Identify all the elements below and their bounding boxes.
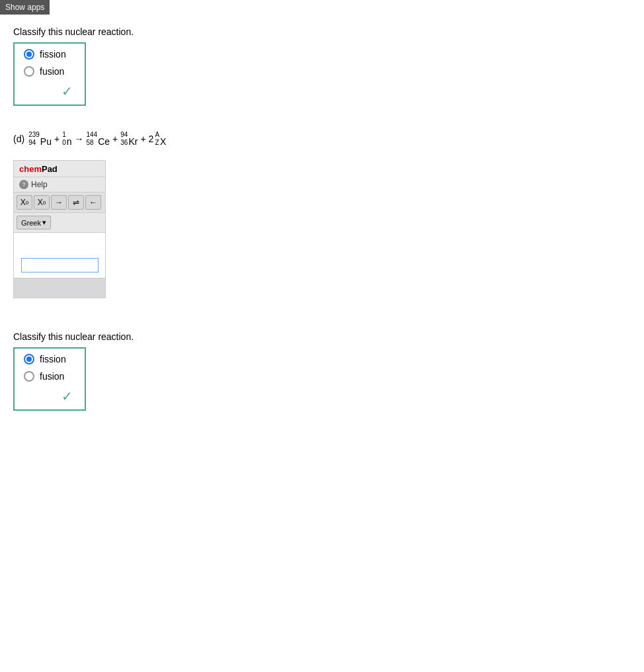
arrow-button[interactable]: → <box>51 195 67 210</box>
fission-option-top[interactable]: fission <box>24 49 75 60</box>
help-label: Help <box>31 180 48 189</box>
fusion-radio-bottom[interactable] <box>24 371 34 382</box>
Kr-mass: 94 <box>120 131 128 139</box>
correct-checkmark-bottom: ✓ <box>24 388 75 404</box>
fission-radio-top[interactable] <box>24 49 34 60</box>
subscript-button[interactable]: X0 <box>17 195 32 210</box>
fission-radio-bottom[interactable] <box>24 354 34 364</box>
chempad-display <box>17 235 102 255</box>
fusion-option-bottom[interactable]: fusion <box>24 371 75 382</box>
X-atomic: Z <box>155 139 159 147</box>
fission-label-bottom: fission <box>40 354 66 364</box>
chempad-header: chemPad <box>14 161 105 177</box>
Ce-mass: 144 <box>86 131 97 139</box>
classify-label-top: Classify this nuclear reaction. <box>13 26 631 37</box>
chempad-input-area <box>14 233 105 278</box>
equilibrium-button[interactable]: ⇌ <box>68 195 84 210</box>
answer-box-top: fission fusion ✓ <box>13 42 86 106</box>
superscript-button[interactable]: X0 <box>34 195 50 210</box>
chempad-widget: chemPad ? Help X0 X0 → ⇌ ← Greek ▾ <box>13 160 106 298</box>
op-plus-2: + <box>112 134 118 144</box>
op-plus-3: + <box>140 134 145 144</box>
chempad-title: chemPad <box>19 164 58 174</box>
Pu-symbol: Pu <box>40 136 52 147</box>
fission-option-bottom[interactable]: fission <box>24 354 75 364</box>
classify-label-bottom: Classify this nuclear reaction. <box>13 331 631 342</box>
Ce-atomic: 58 <box>86 139 93 147</box>
chempad-help-btn[interactable]: ? Help <box>14 177 105 192</box>
delete-button[interactable]: ← <box>85 195 101 210</box>
Pu-mass: 239 <box>28 131 40 139</box>
answer-box-bottom: fission fusion ✓ <box>13 347 86 411</box>
fusion-label-top: fusion <box>40 66 64 77</box>
chempad-toolbar: X0 X0 → ⇌ ← <box>14 192 105 213</box>
nuclide-Pu: 239 94 Pu <box>28 131 52 147</box>
chempad-bottom-bar <box>14 278 105 298</box>
greek-chevron-icon: ▾ <box>42 218 46 227</box>
n-atomic: 0 <box>62 139 66 147</box>
chempad-title-chem: chem <box>19 164 42 174</box>
chempad-title-pad: Pad <box>42 164 58 174</box>
fusion-label-bottom: fusion <box>40 371 64 382</box>
nuclide-X: A Z X <box>155 131 166 147</box>
Kr-atomic: 36 <box>120 139 128 147</box>
show-apps-bar[interactable]: Show apps <box>0 0 50 15</box>
nuclide-Kr: 94 36 Kr <box>120 131 138 147</box>
op-arrow: → <box>74 134 83 144</box>
chempad-text-field[interactable] <box>21 258 99 273</box>
X-mass: A <box>155 131 159 139</box>
equation-section-d: (d) 239 94 Pu + 1 0 n → <box>13 131 631 147</box>
equation-part-label: (d) <box>13 134 24 144</box>
chempad-greek-row: Greek ▾ <box>14 213 105 233</box>
nuclide-n: 1 0 n <box>62 131 71 147</box>
fusion-option-top[interactable]: fusion <box>24 66 75 77</box>
n-mass: 1 <box>62 131 66 139</box>
op-plus-1: + <box>54 134 60 144</box>
greek-label: Greek <box>21 219 41 227</box>
help-icon: ? <box>19 180 28 189</box>
correct-checkmark-top: ✓ <box>24 83 75 99</box>
coefficient-2: 2 <box>149 134 154 144</box>
greek-dropdown[interactable]: Greek ▾ <box>17 216 51 230</box>
Pu-atomic: 94 <box>28 139 36 147</box>
X-symbol: X <box>160 136 166 147</box>
Kr-symbol: Kr <box>128 136 138 147</box>
Ce-symbol: Ce <box>98 136 110 147</box>
n-symbol: n <box>67 136 72 147</box>
nuclide-Ce: 144 58 Ce <box>86 131 110 147</box>
fusion-radio-top[interactable] <box>24 66 34 77</box>
fission-label-top: fission <box>40 49 66 60</box>
